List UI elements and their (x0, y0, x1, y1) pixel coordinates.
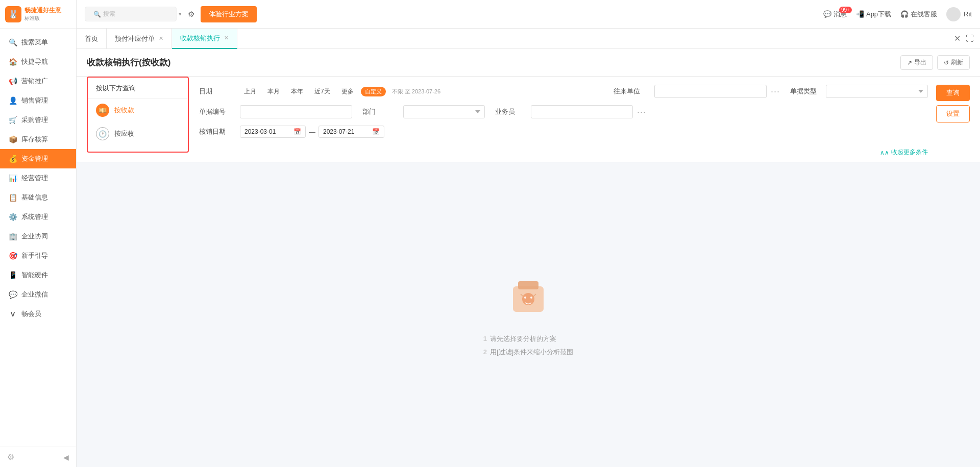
verify-date-label: 核销日期 (199, 127, 240, 136)
staff-input[interactable] (531, 105, 633, 118)
logo-text: 畅捷通好生意 标准版 (24, 7, 61, 21)
partner-input[interactable] (654, 85, 767, 98)
tab-prepay[interactable]: 预付冲应付单 ✕ (107, 29, 172, 49)
sidebar-item-purchase[interactable]: 🛒 采购管理 (0, 110, 76, 130)
svg-point-4 (530, 297, 532, 299)
member-icon: V (8, 310, 17, 318)
empty-illustration (503, 271, 554, 322)
query-button[interactable]: 查询 (936, 85, 970, 101)
sidebar-item-member[interactable]: V 畅会员 (0, 304, 76, 324)
staff-dots[interactable]: ··· (637, 107, 646, 117)
date-btn-more[interactable]: 更多 (337, 86, 358, 97)
user-name: Rit (964, 10, 972, 18)
hardware-icon: 📱 (8, 271, 17, 279)
verify-date-start-input[interactable] (244, 128, 290, 135)
topbar: 🔍 搜索 ▾ ⚙ 体验行业方案 💬 消息 99+ 📲 App下载 🎧 在线客服 … (77, 0, 980, 29)
verify-date-end-input[interactable] (323, 128, 369, 135)
settings-footer-icon[interactable]: ⚙ (7, 452, 14, 462)
filter-by-receipt[interactable]: 💴 按收款 (88, 99, 188, 122)
home-icon: 🏠 (8, 58, 17, 66)
message-badge: 99+ (839, 7, 852, 13)
app-download-action[interactable]: 📲 App下载 (856, 10, 891, 19)
date-btn-this-month[interactable]: 本月 (263, 86, 284, 97)
expand-tab-btn[interactable]: ⛶ (964, 32, 976, 45)
content-area: 收款核销执行(按收款) ↗ 导出 ↺ 刷新 按以下方查询 💴 (77, 49, 980, 467)
collapse-more-button[interactable]: ∧∧ 收起更多条件 (880, 148, 928, 157)
sidebar-item-business[interactable]: 📊 经营管理 (0, 168, 76, 188)
topbar-actions: 💬 消息 99+ 📲 App下载 🎧 在线客服 Rit (823, 7, 972, 21)
side-filter-panel: 按以下方查询 💴 按收款 🕐 按应收 (87, 77, 189, 153)
settings-button[interactable]: 设置 (936, 105, 970, 122)
chevron-up-icon: ∧∧ (880, 149, 889, 156)
system-icon: ⚙️ (8, 213, 17, 221)
search-icon: 🔍 (8, 38, 17, 46)
date-buttons-group: 上月 本月 本年 近7天 更多 自定义 不限 至 2023-07-26 (240, 86, 603, 97)
tabbar-buttons: ✕ ⛶ (952, 32, 980, 45)
app-icon: 📲 (856, 10, 864, 18)
service-action[interactable]: 🎧 在线客服 (900, 10, 937, 19)
topbar-search-box[interactable]: 🔍 搜索 (85, 7, 177, 21)
industry-solution-button[interactable]: 体验行业方案 (201, 6, 257, 22)
finance-icon: 💰 (8, 155, 17, 163)
sales-icon: 👤 (8, 96, 17, 105)
tabbar: 首页 预付冲应付单 ✕ 收款核销执行 ✕ ✕ ⛶ (77, 29, 980, 49)
service-icon: 🎧 (900, 10, 909, 18)
sidebar-item-marketing[interactable]: 📢 营销推广 (0, 71, 76, 91)
empty-tip-2: 2 用[过滤]条件来缩小分析范围 (483, 346, 573, 359)
svg-point-2 (522, 293, 534, 305)
sidebar-item-shortcut[interactable]: 🏠 快捷导航 (0, 52, 76, 71)
page-header-actions: ↗ 导出 ↺ 刷新 (900, 55, 970, 76)
calendar-start-icon[interactable]: 📅 (293, 128, 301, 135)
user-menu[interactable]: Rit (946, 7, 972, 21)
doc-type-select[interactable] (826, 85, 928, 98)
partner-dots[interactable]: ··· (771, 86, 780, 97)
filter-row-2: 单据编号 部门 业务员 ··· (199, 105, 928, 118)
collapse-more-section: ∧∧ 收起更多条件 (199, 145, 928, 162)
date-btn-7days[interactable]: 近7天 (310, 86, 334, 97)
sidebar-item-wechat[interactable]: 💬 企业微信 (0, 285, 76, 304)
by-receipt-icon: 💴 (96, 104, 109, 117)
main-area: 🔍 搜索 ▾ ⚙ 体验行业方案 💬 消息 99+ 📲 App下载 🎧 在线客服 … (77, 0, 980, 467)
sidebar-item-finance[interactable]: 💰 资金管理 (0, 149, 76, 168)
settings-icon[interactable]: ⚙ (188, 10, 194, 19)
staff-label: 业务员 (495, 107, 531, 116)
guide-icon: 🎯 (8, 252, 17, 260)
sidebar-item-sales[interactable]: 👤 销售管理 (0, 91, 76, 110)
date-btn-this-year[interactable]: 本年 (287, 86, 307, 97)
sidebar-item-guide[interactable]: 🎯 新手引导 (0, 246, 76, 265)
verify-date-group: 📅 — 📅 (240, 126, 384, 138)
page-title: 收款核销执行(按收款) (87, 57, 170, 75)
tab-receipt-verify[interactable]: 收款核销执行 ✕ (172, 29, 237, 49)
message-action[interactable]: 💬 消息 99+ (823, 10, 847, 19)
sidebar-item-basic[interactable]: 📋 基础信息 (0, 188, 76, 207)
calendar-end-icon[interactable]: 📅 (372, 128, 380, 135)
sidebar-item-search[interactable]: 🔍 搜索菜单 (0, 33, 76, 52)
close-tab-btn[interactable]: ✕ (952, 32, 963, 45)
svg-point-3 (524, 297, 526, 299)
sidebar-nav: 🔍 搜索菜单 🏠 快捷导航 📢 营销推广 👤 销售管理 🛒 采购管理 📦 库存核… (0, 29, 76, 447)
verify-date-start-box: 📅 (240, 126, 306, 138)
search-dropdown-icon[interactable]: ▾ (179, 11, 182, 17)
sidebar: 🐰 畅捷通好生意 标准版 🔍 搜索菜单 🏠 快捷导航 📢 营销推广 👤 销售管理… (0, 0, 77, 467)
business-icon: 📊 (8, 174, 17, 182)
verify-date-end-box: 📅 (318, 126, 384, 138)
export-button[interactable]: ↗ 导出 (900, 55, 933, 70)
sidebar-item-hardware[interactable]: 📱 智能硬件 (0, 265, 76, 285)
date-label: 日期 (199, 87, 240, 96)
filter-row-3: 核销日期 📅 — 📅 (199, 126, 928, 138)
date-custom-badge: 自定义 (361, 87, 386, 96)
tab-receipt-verify-close[interactable]: ✕ (224, 35, 229, 41)
sidebar-item-enterprise[interactable]: 🏢 企业协同 (0, 227, 76, 246)
doc-num-input[interactable] (240, 105, 352, 118)
refresh-button[interactable]: ↺ 刷新 (937, 55, 970, 70)
date-btn-last-month[interactable]: 上月 (240, 86, 260, 97)
filter-by-receivable[interactable]: 🕐 按应收 (88, 122, 188, 145)
tab-prepay-close[interactable]: ✕ (159, 35, 163, 42)
refresh-icon: ↺ (944, 59, 949, 66)
user-avatar (946, 7, 961, 21)
tab-home[interactable]: 首页 (77, 29, 107, 49)
sidebar-item-inventory[interactable]: 📦 库存核算 (0, 130, 76, 149)
collapse-sidebar-icon[interactable]: ◀ (63, 453, 69, 461)
sidebar-item-system[interactable]: ⚙️ 系统管理 (0, 207, 76, 227)
dept-select[interactable] (403, 105, 485, 118)
